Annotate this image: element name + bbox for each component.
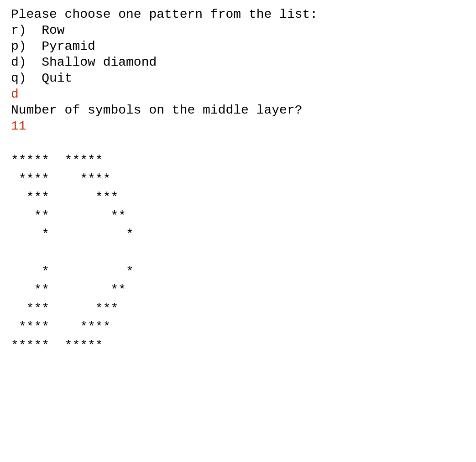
spacer-1 [11,135,465,148]
prompt-symbols: Number of symbols on the middle layer? [11,103,465,117]
user-input-2: 11 [11,119,465,133]
menu-item-p: p) Pyramid [11,39,465,53]
pattern-display: ***** ***** **** **** *** *** ** ** * * … [11,151,465,355]
header-line: Please choose one pattern from the list: [11,7,465,21]
menu-item-q: q) Quit [11,71,465,85]
terminal-output: Please choose one pattern from the list:… [11,7,465,355]
user-input-1: d [11,87,465,101]
menu-item-r: r) Row [11,23,465,37]
menu-item-d: d) Shallow diamond [11,55,465,69]
